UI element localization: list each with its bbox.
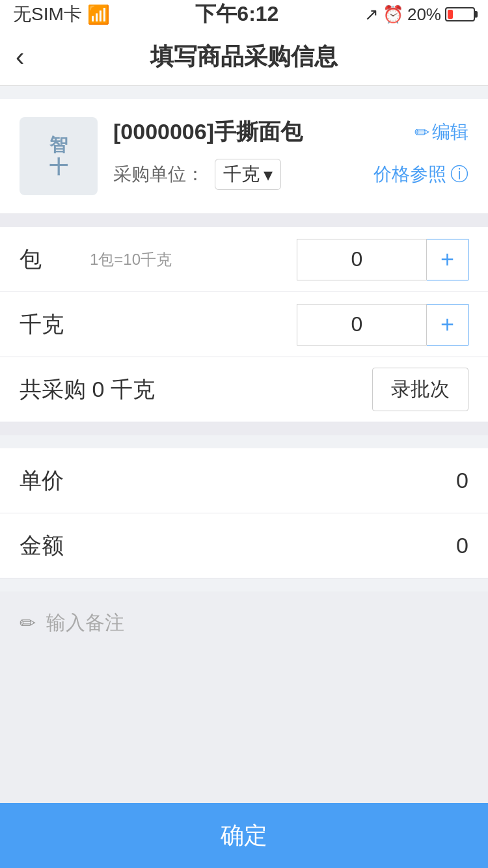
- location-icon: ↗: [364, 5, 379, 25]
- product-name: [0000006]手撕面包: [113, 117, 303, 147]
- battery-icon: [445, 7, 475, 21]
- notes-section[interactable]: ✏ 输入备注: [0, 591, 488, 655]
- unit-price-value: 0: [456, 468, 468, 493]
- notes-placeholder: 输入备注: [46, 610, 124, 636]
- pencil-icon: ✏: [20, 612, 36, 634]
- kg-plus-button[interactable]: +: [427, 304, 468, 346]
- nav-bar: ‹ 填写商品采购信息: [0, 29, 488, 86]
- unit-dropdown[interactable]: 千克 ▾: [215, 159, 281, 190]
- battery-percent: 20%: [407, 5, 441, 25]
- status-bar: 无SIM卡 📶 下午6:12 ↗ ⏰ 20%: [0, 0, 488, 29]
- product-card: 智 十 [0000006]手撕面包 ✏ 编辑 采购单位： 千克 ▾ 价格参照: [0, 99, 488, 214]
- kg-label: 千克: [20, 310, 85, 340]
- status-left: 无SIM卡 📶: [13, 2, 110, 27]
- batch-button[interactable]: 录批次: [372, 368, 468, 411]
- amount-label: 金额: [20, 531, 64, 561]
- unit-price-row: 单价 0: [0, 448, 488, 513]
- product-info: [0000006]手撕面包 ✏ 编辑 采购单位： 千克 ▾ 价格参照 ⓘ: [113, 117, 468, 190]
- edit-label: 编辑: [432, 120, 468, 144]
- edit-icon: ✏: [414, 122, 429, 143]
- kg-input-row: 千克 +: [0, 292, 488, 357]
- total-row: 共采购 0 千克 录批次: [0, 357, 488, 422]
- amount-row: 金额 0: [0, 513, 488, 578]
- wifi-icon: 📶: [87, 4, 110, 25]
- carrier-text: 无SIM卡: [13, 2, 82, 27]
- bao-input-control: +: [297, 239, 468, 280]
- info-icon: ⓘ: [450, 162, 468, 187]
- unit-price-label: 单价: [20, 466, 64, 496]
- confirm-button[interactable]: 确定: [0, 803, 488, 868]
- section-divider-2: [0, 422, 488, 435]
- price-section: 单价 0 金额 0: [0, 448, 488, 578]
- bao-label: 包: [20, 245, 85, 275]
- price-ref-label: 价格参照: [373, 162, 446, 187]
- unit-value: 千克: [223, 162, 260, 187]
- input-section: 包 1包=10千克 + 千克 + 共采购 0 千克 录批次: [0, 227, 488, 422]
- dropdown-arrow-icon: ▾: [264, 164, 273, 185]
- section-divider-1: [0, 214, 488, 227]
- back-button[interactable]: ‹: [16, 42, 24, 72]
- bao-hint: 1包=10千克: [90, 249, 172, 270]
- price-reference-button[interactable]: 价格参照 ⓘ: [373, 162, 468, 187]
- amount-value: 0: [456, 533, 468, 558]
- kg-input[interactable]: [297, 304, 427, 346]
- product-image: 智 十: [20, 117, 98, 195]
- total-text: 共采购 0 千克: [20, 375, 155, 405]
- bao-input-row: 包 1包=10千克 +: [0, 227, 488, 292]
- kg-input-control: +: [297, 304, 468, 346]
- bao-plus-button[interactable]: +: [427, 239, 468, 280]
- status-time: 下午6:12: [195, 0, 278, 29]
- bao-input[interactable]: [297, 239, 427, 280]
- edit-button[interactable]: ✏ 编辑: [414, 120, 468, 144]
- page-title: 填写商品采购信息: [150, 41, 338, 73]
- purchase-unit-label: 采购单位：: [113, 162, 204, 187]
- alarm-icon: ⏰: [383, 5, 403, 25]
- product-logo: 智 十: [49, 134, 68, 178]
- status-right: ↗ ⏰ 20%: [364, 5, 475, 25]
